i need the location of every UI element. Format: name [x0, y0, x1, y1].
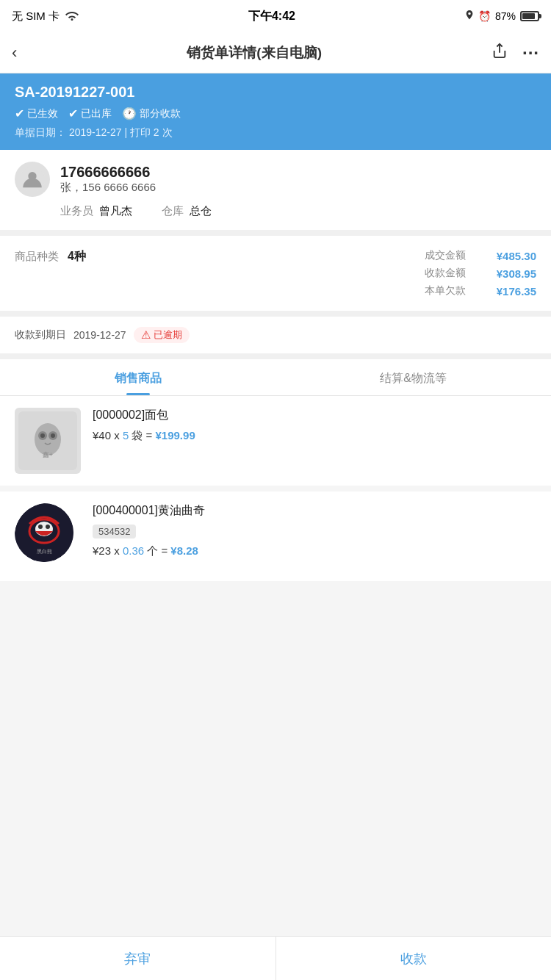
- stats-section: 商品种类 4种 成交金额 ¥485.30 收款金额 ¥308.95 本单欠款 ¥…: [0, 236, 551, 317]
- svg-text:鑫+: 鑫+: [43, 451, 53, 458]
- svg-point-6: [40, 433, 45, 438]
- customer-section: 17666666666 张，156 6666 6666 业务员 曾凡杰 仓库 总…: [0, 150, 551, 236]
- product-tag-2: 534532: [93, 525, 136, 538]
- stats-left: 商品种类 4种: [15, 249, 86, 264]
- type-count: 4种: [68, 249, 86, 264]
- product-total-1: ¥199.99: [156, 429, 195, 442]
- banner-date: 单据日期： 2019-12-27 | 打印 2 次: [15, 126, 536, 140]
- product-info-1: [0000002]面包 ¥40 x 5 袋 = ¥199.99: [93, 408, 536, 443]
- status-time: 下午4:42: [248, 9, 295, 24]
- bottom-bar: 弃审 收款: [0, 936, 551, 980]
- product-info-2: [000400001]黄油曲奇 534532 ¥23 x 0.36 个 = ¥8…: [93, 503, 536, 558]
- product-logo-2: 黑白熊: [15, 503, 73, 562]
- customer-meta: 业务员 曾凡杰 仓库 总仓: [15, 204, 536, 218]
- warehouse-item: 仓库 总仓: [162, 204, 212, 218]
- wifi-icon: [65, 10, 79, 23]
- customer-row: 17666666666 张，156 6666 6666: [15, 162, 536, 197]
- status-shipped: ✔ 已出库: [68, 107, 112, 120]
- product-qty-1: 5: [123, 429, 129, 442]
- product-qty-2: 0.36: [123, 544, 144, 557]
- due-section: 收款到期日 2019-12-27 ⚠ 已逾期: [0, 317, 551, 359]
- svg-point-12: [38, 525, 43, 529]
- overdue-badge: ⚠ 已逾期: [134, 327, 190, 343]
- product-name-2: [000400001]黄油曲奇: [93, 503, 536, 519]
- owed-row: 本单欠款 ¥176.35: [425, 284, 536, 298]
- owed-label: 本单欠款: [425, 284, 466, 298]
- salesperson-item: 业务员 曾凡杰: [60, 204, 132, 218]
- owed-value: ¥176.35: [478, 285, 536, 298]
- sim-label: 无 SIM 卡: [12, 10, 60, 24]
- amount-label: 成交金额: [425, 249, 466, 262]
- avatar: [15, 162, 50, 197]
- received-value: ¥308.95: [478, 267, 536, 280]
- tab-bar: 销售商品 结算&物流等: [0, 359, 551, 396]
- due-label: 收款到期日: [15, 328, 66, 342]
- banner: SA-20191227-001 ✔ 已生效 ✔ 已出库 🕐 部分收款 单据日期：…: [0, 73, 551, 150]
- location-icon: [465, 10, 474, 23]
- nav-actions: ···: [491, 43, 539, 63]
- salesperson-label: 业务员: [60, 204, 93, 218]
- tab-products[interactable]: 销售商品: [0, 359, 276, 395]
- salesperson-value: 曾凡杰: [99, 204, 132, 218]
- type-label: 商品种类: [15, 250, 59, 264]
- received-label: 收款金额: [425, 267, 466, 280]
- product-total-2: ¥8.28: [170, 544, 198, 557]
- check-icon: ✔: [15, 107, 24, 120]
- collect-payment-button[interactable]: 收款: [276, 937, 552, 980]
- received-row: 收款金额 ¥308.95: [425, 267, 536, 280]
- product-name-1: [0000002]面包: [93, 408, 536, 423]
- product-item-2: 黑白熊 [000400001]黄油曲奇 534532 ¥23 x 0.36 个 …: [0, 491, 551, 581]
- due-date: 2019-12-27: [73, 329, 126, 341]
- tab-settlement[interactable]: 结算&物流等: [276, 359, 551, 395]
- more-icon[interactable]: ···: [522, 43, 539, 63]
- clock-icon: 🕐: [122, 107, 137, 120]
- warehouse-label: 仓库: [162, 204, 184, 218]
- back-button[interactable]: ‹: [12, 43, 17, 62]
- customer-phone: 17666666666: [60, 164, 156, 181]
- banner-status: ✔ 已生效 ✔ 已出库 🕐 部分收款: [15, 107, 536, 120]
- status-bar: 无 SIM 卡 下午4:42 ⏰ 87%: [0, 0, 551, 32]
- product-list: 鑫+ [0000002]面包 ¥40 x 5 袋 = ¥199.99: [0, 396, 551, 638]
- product-thumbnail-1: 鑫+: [15, 408, 81, 474]
- page-title: 销货单详情(来自电脑): [187, 43, 322, 62]
- product-thumbnail-2: 黑白熊: [15, 503, 81, 569]
- nav-bar: ‹ 销货单详情(来自电脑) ···: [0, 32, 551, 73]
- status-partial: 🕐 部分收款: [122, 107, 181, 120]
- product-price-1: ¥40 x 5 袋 = ¥199.99: [93, 429, 536, 443]
- warehouse-value: 总仓: [190, 204, 212, 218]
- battery-percent: 87%: [495, 10, 516, 22]
- amount-value: ¥485.30: [478, 250, 536, 262]
- share-icon[interactable]: [491, 43, 508, 62]
- amount-row: 成交金额 ¥485.30: [425, 249, 536, 262]
- status-effective: ✔ 已生效: [15, 107, 58, 120]
- abandon-review-button[interactable]: 弃审: [0, 937, 276, 980]
- alarm-icon: ⏰: [478, 10, 491, 22]
- order-id: SA-20191227-001: [15, 84, 536, 101]
- overdue-text: 已逾期: [154, 328, 182, 342]
- product-price-2: ¥23 x 0.36 个 = ¥8.28: [93, 544, 536, 558]
- status-right: ⏰ 87%: [465, 10, 539, 23]
- check-icon-2: ✔: [68, 107, 78, 120]
- svg-text:黑白熊: 黑白熊: [37, 549, 52, 555]
- stats-right: 成交金额 ¥485.30 收款金额 ¥308.95 本单欠款 ¥176.35: [425, 249, 536, 298]
- battery-icon: [520, 11, 539, 21]
- status-left: 无 SIM 卡: [12, 10, 79, 24]
- svg-point-7: [51, 433, 55, 438]
- product-item: 鑫+ [0000002]面包 ¥40 x 5 袋 = ¥199.99: [0, 396, 551, 486]
- svg-point-13: [46, 525, 50, 529]
- customer-name: 张，156 6666 6666: [60, 181, 156, 195]
- warning-icon: ⚠: [141, 328, 151, 342]
